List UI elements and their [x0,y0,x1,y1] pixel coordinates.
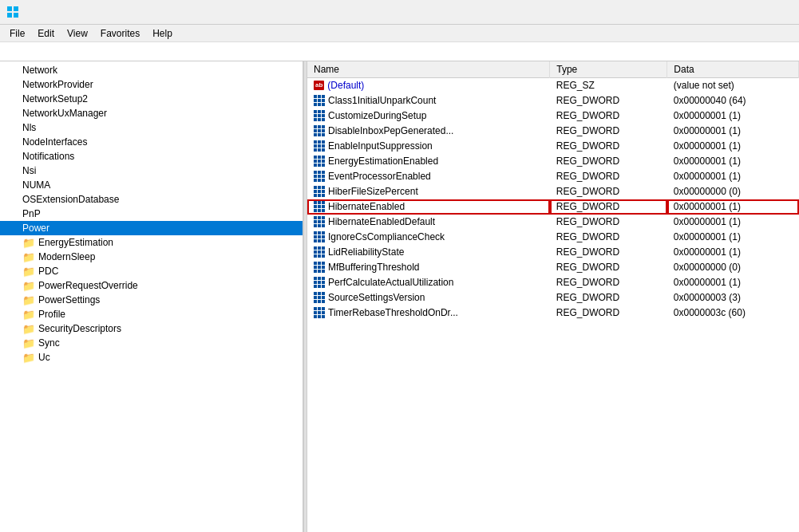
tree-item[interactable]: NetworkProvider [0,77,303,92]
tree-item-label: SecurityDescriptors [38,323,121,334]
tree-item-label: Sync [38,337,60,349]
table-row[interactable]: CustomizeDuringSetupREG_DWORD0x00000001 … [307,108,799,124]
tree-item[interactable]: 📁 ModernSleep [0,250,303,264]
table-row[interactable]: MfBufferingThresholdREG_DWORD0x00000000 … [307,260,799,275]
tree-item[interactable]: PnP [0,207,303,221]
table-row[interactable]: DisableInboxPepGenerated...REG_DWORD0x00… [307,124,799,139]
folder-icon: 📁 [22,237,35,249]
table-row[interactable]: HibernateEnabledREG_DWORD0x00000001 (1) [307,199,799,215]
table-row[interactable]: PerfCalculateActualUtilizationREG_DWORD0… [307,275,799,290]
tree-item-label: Network [22,65,57,76]
cell-data: 0x00000001 (1) [667,169,799,184]
tree-item[interactable]: Nls [0,120,303,135]
reg-name: Class1InitialUnparkCount [328,95,436,106]
folder-icon: 📁 [22,323,35,335]
cell-name: Class1InitialUnparkCount [307,93,550,108]
reg-dword-icon [314,156,325,167]
table-row[interactable]: Class1InitialUnparkCountREG_DWORD0x00000… [307,93,799,108]
tree-item[interactable]: 📁 PowerRequestOverride [0,278,303,293]
tree-item[interactable]: OSExtensionDatabase [0,192,303,207]
folder-icon: 📁 [22,280,35,292]
tree-panel[interactable]: NetworkNetworkProviderNetworkSetup2Netwo… [0,61,303,532]
svg-rect-0 [7,6,12,11]
reg-dword-icon [314,307,325,318]
table-row[interactable]: LidReliabilityStateREG_DWORD0x00000001 (… [307,245,799,260]
tree-item[interactable]: 📁 Uc [0,350,303,365]
main-area: NetworkNetworkProviderNetworkSetup2Netwo… [0,61,799,532]
tree-item[interactable]: 📁 SecurityDescriptors [0,321,303,336]
tree-item-label: PowerRequestOverride [38,280,138,291]
table-row[interactable]: EnergyEstimationEnabledREG_DWORD0x000000… [307,154,799,169]
column-header-type[interactable]: Type [550,61,667,78]
cell-type: REG_DWORD [550,139,667,154]
cell-data: 0x00000001 (1) [667,245,799,260]
cell-type: REG_SZ [550,78,667,93]
app-icon [6,6,19,18]
cell-name: EventProcessorEnabled [307,169,550,184]
reg-name: SourceSettingsVersion [328,292,425,303]
tree-item-label: Uc [38,352,50,363]
reg-dword-icon [314,216,325,227]
tree-item[interactable]: NUMA [0,178,303,192]
table-row[interactable]: IgnoreCsComplianceCheckREG_DWORD0x000000… [307,230,799,245]
reg-dword-icon [314,125,325,136]
tree-item[interactable]: NetworkUxManager [0,106,303,120]
menu-item-favorites[interactable]: Favorites [94,26,146,41]
cell-name: LidReliabilityState [307,245,550,260]
cell-name: HibernateEnabledDefault [307,215,550,230]
reg-sz-icon: ab [314,81,324,90]
reg-dword-icon [314,277,325,288]
tree-item-label: NetworkSetup2 [22,93,88,104]
table-row[interactable]: HiberFileSizePercentREG_DWORD0x00000000 … [307,184,799,199]
tree-item[interactable]: Notifications [0,149,303,164]
tree-item[interactable]: Nsi [0,164,303,178]
tree-item[interactable]: 📁 PDC [0,264,303,278]
cell-data: 0x00000001 (1) [667,275,799,290]
titlebar [0,0,799,25]
table-row[interactable]: SourceSettingsVersionREG_DWORD0x00000003… [307,290,799,305]
tree-item-label: NUMA [22,179,50,191]
reg-dword-icon [314,201,325,212]
tree-item[interactable]: 📁 EnergyEstimation [0,235,303,250]
table-row[interactable]: ab(Default)REG_SZ(value not set) [307,78,799,93]
reg-dword-icon [314,171,325,182]
tree-item[interactable]: Power [0,221,303,235]
reg-name: (Default) [327,80,364,91]
cell-data: 0x00000040 (64) [667,93,799,108]
menu-item-help[interactable]: Help [146,26,179,41]
tree-item[interactable]: Network [0,63,303,77]
reg-name: HibernateEnabled [328,201,405,212]
reg-name: MfBufferingThreshold [328,262,420,273]
reg-name: EventProcessorEnabled [328,171,431,182]
cell-data: 0x00000001 (1) [667,108,799,124]
tree-item[interactable]: 📁 Sync [0,336,303,350]
tree-item-label: Nsi [22,165,36,176]
column-header-data[interactable]: Data [667,61,799,78]
tree-item-label: Profile [38,309,65,320]
cell-data: 0x00000001 (1) [667,139,799,154]
tree-item-label: OSExtensionDatabase [22,194,119,205]
cell-data: (value not set) [667,78,799,93]
menu-item-file[interactable]: File [3,26,31,41]
reg-name: IgnoreCsComplianceCheck [328,231,445,242]
menu-item-view[interactable]: View [61,26,94,41]
table-row[interactable]: TimerRebaseThresholdOnDr...REG_DWORD0x00… [307,305,799,321]
value-panel[interactable]: NameTypeData ab(Default)REG_SZ(value not… [307,61,799,532]
tree-item[interactable]: NodeInterfaces [0,135,303,149]
tree-item[interactable]: NetworkSetup2 [0,92,303,106]
tree-item[interactable]: 📁 PowerSettings [0,293,303,307]
cell-name: EnableInputSuppression [307,139,550,154]
folder-icon: 📁 [22,309,35,321]
table-row[interactable]: HibernateEnabledDefaultREG_DWORD0x000000… [307,215,799,230]
table-row[interactable]: EventProcessorEnabledREG_DWORD0x00000001… [307,169,799,184]
table-row[interactable]: EnableInputSuppressionREG_DWORD0x0000000… [307,139,799,154]
cell-name: SourceSettingsVersion [307,290,550,305]
reg-name: TimerRebaseThresholdOnDr... [328,307,458,318]
column-header-name[interactable]: Name [307,61,550,78]
svg-rect-2 [7,13,12,18]
menu-item-edit[interactable]: Edit [31,26,61,41]
cell-type: REG_DWORD [550,215,667,230]
tree-item[interactable]: 📁 Profile [0,307,303,321]
svg-rect-3 [14,13,18,18]
cell-type: REG_DWORD [550,275,667,290]
